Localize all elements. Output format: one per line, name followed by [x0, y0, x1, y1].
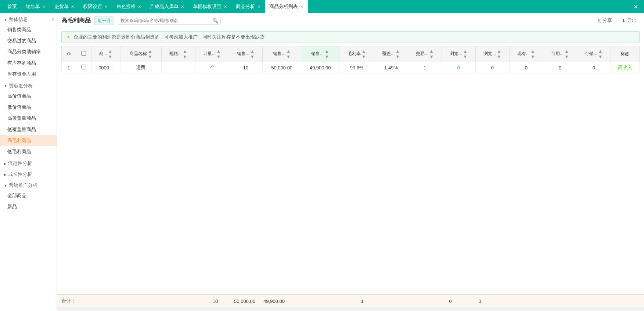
share-button[interactable]: ⎘ 分享 [595, 16, 615, 25]
sidebar-item-low-value[interactable]: 低价值商品 [0, 102, 57, 113]
footer-sales1: 10 [201, 299, 230, 304]
sidebar-item-high-value[interactable]: 高价值商品 [0, 91, 57, 102]
export-icon: ⬇ [622, 18, 626, 23]
sidebar-collapse-button[interactable]: « [51, 16, 54, 22]
nav-sales-order[interactable]: 销售单 ✕ [21, 0, 50, 13]
nav-product-inbound[interactable]: 产成品入库单 ✕ [145, 0, 188, 13]
sidebar-item-sales-goods[interactable]: 销售类商品 [0, 24, 57, 35]
sidebar-item-high-coverage[interactable]: 高覆盖量商品 [0, 113, 57, 124]
nav-product-analysis[interactable]: 商品分析 ✕ [231, 0, 265, 13]
th-settings[interactable]: ⚙ [62, 46, 76, 62]
cell-code: 0000... [91, 62, 120, 73]
sidebar-group-marketing[interactable]: ▼ 营销推广分析 [0, 179, 57, 190]
th-available[interactable]: 可用...▲▼ [543, 46, 577, 62]
export-button[interactable]: ⬇ 导出 [619, 16, 640, 25]
th-coverage[interactable]: 覆盖...▲▼ [374, 46, 408, 62]
sidebar-item-stock-capital[interactable]: 库存资金占用 [0, 69, 57, 80]
sidebar-group-overall[interactable]: ▼ 整体信息 [0, 13, 57, 24]
sidebar-group-trend[interactable]: ▶ 流趋性分析 [0, 157, 57, 168]
filter-recent-month[interactable]: 近一月 [94, 17, 114, 25]
footer-browse1 [377, 299, 406, 304]
content-header: 高毛利商品 近一月 🔍 ⎘ 分享 ⬇ 导出 [57, 13, 644, 28]
th-gross-rate[interactable]: 毛利率▲▼ [339, 46, 374, 62]
th-unit[interactable]: 计量...▲▼ [195, 46, 229, 62]
header-actions: ⎘ 分享 ⬇ 导出 [595, 16, 640, 25]
footer-cell-4 [171, 299, 201, 304]
th-spec[interactable]: 规格...▲▼ [161, 46, 195, 62]
cell-gross-rate: 99.8% [339, 62, 374, 73]
cell-sales2: 50,000.00 [263, 62, 301, 73]
footer-sales2: 50,000.00 [230, 299, 259, 304]
cell-checkbox[interactable] [76, 62, 91, 73]
nav-home[interactable]: 首页 [3, 0, 21, 13]
close-permissions[interactable]: ✕ [104, 4, 108, 9]
th-trade[interactable]: 交易...▲▼ [408, 46, 442, 62]
arrow-growth: ▶ [4, 173, 7, 177]
footer-gross [289, 299, 318, 304]
nav-product-analysis-list[interactable]: 商品分析列表 ✕ [265, 0, 308, 13]
cell-num: 1 [62, 62, 76, 73]
close-role-auth[interactable]: ✕ [138, 4, 141, 9]
footer-coverage [318, 299, 348, 304]
close-product-analysis-list[interactable]: ✕ [300, 4, 303, 9]
info-banner: ✦ 企业的主要的利润都是这部分商品创造的，可考虑加大推广，同时关注库存是不要出现… [61, 31, 640, 43]
sidebar-group-growth[interactable]: ▶ 成长性分析 [0, 168, 57, 179]
th-tag[interactable]: 标签 [611, 46, 639, 62]
horizontal-scrollbar[interactable] [57, 307, 644, 311]
window-close-button[interactable]: ✕ [630, 3, 641, 10]
footer-cell-1 [83, 299, 112, 304]
nav-role-auth[interactable]: 角色授权 ✕ [112, 0, 145, 13]
cell-tag: 高收入 [611, 62, 639, 73]
th-checkbox[interactable] [76, 46, 91, 62]
sidebar-item-new-goods[interactable]: 新品 [0, 201, 57, 212]
footer-label: 合计： [61, 298, 76, 304]
th-name[interactable]: 商品名称▲▼ [120, 46, 161, 62]
table-container[interactable]: ⚙ 商...▲▼ 商品名称▲▼ 规格...▲▼ 计量...▲▼ 销售...▲▼ … [61, 46, 640, 294]
footer-trade: 1 [348, 299, 377, 304]
nav-permissions[interactable]: 权限设置 ✕ [79, 0, 112, 13]
sidebar-item-in-stock[interactable]: 有库存的商品 [0, 58, 57, 69]
th-browse1[interactable]: 浏览...▲▼ [442, 46, 475, 62]
table-row: 1 0000... 运费 个 10 50,000.00 49,900.00 99… [62, 62, 640, 73]
sidebar-item-low-coverage[interactable]: 低覆盖量商品 [0, 124, 57, 135]
th-sales3[interactable]: 销售...▲▼ [301, 46, 339, 62]
top-nav: 首页 销售单 ✕ 进货单 ✕ 权限设置 ✕ 角色授权 ✕ 产成品入库单 ✕ 单据… [0, 0, 644, 13]
cell-browse1[interactable]: 0 [442, 62, 475, 73]
arrow-marketing: ▼ [4, 184, 7, 188]
search-icon[interactable]: 🔍 [212, 18, 218, 23]
cell-sales3: 49,900.00 [301, 62, 339, 73]
sidebar-item-low-margin[interactable]: 低毛利商品 [0, 146, 57, 157]
sidebar-group-contribution[interactable]: ▼ 贡献度分析 [0, 80, 57, 91]
data-table: ⚙ 商...▲▼ 商品名称▲▼ 规格...▲▼ 计量...▲▼ 销售...▲▼ … [61, 46, 640, 73]
footer-values: 10 50,000.00 49,900.00 1 0 0 [83, 299, 494, 304]
footer-cell-3 [142, 299, 171, 304]
sidebar-item-high-margin[interactable]: 高毛利商品 [0, 135, 57, 146]
th-sales2[interactable]: 销售...▲▼ [263, 46, 301, 62]
close-product-analysis[interactable]: ✕ [257, 4, 260, 9]
nav-purchase-order[interactable]: 进货单 ✕ [50, 0, 79, 13]
close-template-settings[interactable]: ✕ [224, 4, 227, 9]
page-title: 高毛利商品 [61, 17, 91, 25]
th-saleable[interactable]: 可销...▲▼ [577, 46, 611, 62]
search-box: 🔍 [118, 17, 221, 25]
th-current[interactable]: 现有...▲▼ [509, 46, 543, 62]
th-sales1[interactable]: 销售...▲▼ [229, 46, 263, 62]
cell-saleable: 0 [577, 62, 611, 73]
arrow-overall: ▼ [4, 18, 7, 22]
th-code[interactable]: 商...▲▼ [91, 46, 120, 62]
search-input[interactable] [120, 18, 212, 23]
th-browse2[interactable]: 浏览...▲▼ [475, 46, 509, 62]
close-sales-order[interactable]: ✕ [42, 4, 46, 9]
sidebar-item-traded-goods[interactable]: 交易过的商品 [0, 35, 57, 46]
footer-cell-2 [112, 299, 142, 304]
row-checkbox[interactable] [81, 65, 86, 69]
close-purchase-order[interactable]: ✕ [71, 4, 74, 9]
cell-current: 0 [509, 62, 543, 73]
table-header-row: ⚙ 商...▲▼ 商品名称▲▼ 规格...▲▼ 计量...▲▼ 销售...▲▼ … [62, 46, 640, 62]
close-product-inbound[interactable]: ✕ [181, 4, 184, 9]
sidebar-item-category-rate[interactable]: 商品分类助销率 [0, 46, 57, 57]
sidebar-item-all-goods[interactable]: 全部商品 [0, 190, 57, 201]
cell-sales1: 10 [229, 62, 263, 73]
nav-template-settings[interactable]: 单据模板设置 ✕ [188, 0, 231, 13]
select-all-checkbox[interactable] [81, 51, 86, 56]
